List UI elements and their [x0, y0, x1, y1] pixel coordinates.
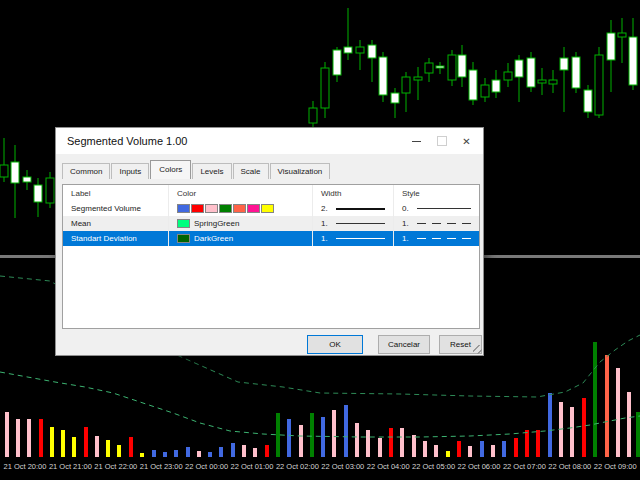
minimize-icon	[412, 141, 421, 142]
svg-text:22 Oct 00:00: 22 Oct 00:00	[185, 462, 228, 471]
close-icon: ✕	[462, 136, 470, 147]
maximize-button[interactable]	[429, 131, 454, 151]
color-swatches	[177, 219, 191, 228]
svg-text:22 Oct 01:00: 22 Oct 01:00	[231, 462, 274, 471]
tab-visualization[interactable]: Visualization	[270, 163, 331, 179]
tab-scale[interactable]: Scale	[233, 163, 269, 179]
color-swatches	[177, 204, 275, 213]
style-value: 1.	[402, 219, 415, 228]
color-swatch	[205, 204, 218, 213]
row-label: Segmented Volume	[63, 201, 169, 216]
colors-table: Label Color Width Style Segmented Volume…	[62, 184, 480, 329]
color-name: DarkGreen	[194, 234, 233, 243]
svg-text:22 Oct 03:00: 22 Oct 03:00	[321, 462, 364, 471]
cancel-button[interactable]: Cancelar	[378, 335, 430, 354]
color-name: SpringGreen	[194, 219, 239, 228]
minimize-button[interactable]	[404, 131, 429, 151]
svg-text:22 Oct 06:00: 22 Oct 06:00	[458, 462, 501, 471]
width-line-sample	[336, 208, 385, 210]
row-color-cell	[169, 201, 313, 216]
style-value: 1.	[402, 234, 415, 243]
svg-text:22 Oct 04:00: 22 Oct 04:00	[367, 462, 410, 471]
svg-text:21 Oct 22:00: 21 Oct 22:00	[94, 462, 137, 471]
svg-text:22 Oct 05:00: 22 Oct 05:00	[412, 462, 455, 471]
dialog-title: Segmented Volume 1.00	[67, 135, 187, 147]
width-line-sample	[336, 223, 385, 224]
resize-grip[interactable]	[473, 345, 482, 354]
column-header-label[interactable]: Label	[63, 185, 169, 201]
style-line-sample	[417, 238, 471, 239]
row-width-cell: 2.	[313, 201, 394, 216]
color-swatch	[177, 204, 190, 213]
row-color-cell: SpringGreen	[169, 216, 313, 231]
row-width-cell: 1.	[313, 216, 394, 231]
tab-levels[interactable]: Levels	[192, 163, 231, 179]
column-header-style[interactable]: Style	[394, 185, 479, 201]
svg-text:21 Oct 23:00: 21 Oct 23:00	[140, 462, 183, 471]
table-row-standart-deviation[interactable]: Standart Deviation DarkGreen 1. 1.	[63, 231, 479, 246]
width-line-sample	[336, 238, 385, 239]
svg-text:21 Oct 20:00: 21 Oct 20:00	[4, 462, 47, 471]
width-value: 1.	[321, 219, 334, 228]
style-value: 0.	[402, 204, 415, 213]
tab-inputs[interactable]: Inputs	[111, 163, 149, 179]
row-width-cell: 1.	[313, 231, 394, 246]
table-header-row: Label Color Width Style	[63, 185, 479, 201]
color-swatch	[177, 234, 190, 243]
indicator-properties-dialog: Segmented Volume 1.00 ✕ Common Inputs Co…	[55, 127, 484, 356]
column-header-color[interactable]: Color	[169, 185, 313, 201]
color-swatch	[191, 204, 204, 213]
metatrader-chart-window: 21 Oct 20:0021 Oct 21:0021 Oct 22:0021 O…	[0, 0, 640, 480]
close-button[interactable]: ✕	[454, 131, 479, 151]
row-style-cell: 0.	[394, 201, 479, 216]
color-swatch	[261, 204, 274, 213]
width-value: 1.	[321, 234, 334, 243]
svg-text:22 Oct 07:00: 22 Oct 07:00	[503, 462, 546, 471]
dialog-titlebar[interactable]: Segmented Volume 1.00 ✕	[56, 128, 483, 154]
svg-text:21 Oct 21:00: 21 Oct 21:00	[49, 462, 92, 471]
row-label: Standart Deviation	[63, 231, 169, 246]
style-line-sample	[417, 223, 471, 224]
row-color-cell: DarkGreen	[169, 231, 313, 246]
width-value: 2.	[321, 204, 334, 213]
window-controls: ✕	[404, 128, 479, 154]
table-row-segmented-volume[interactable]: Segmented Volume 2. 0.	[63, 201, 479, 216]
color-swatches	[177, 234, 191, 243]
color-swatch	[219, 204, 232, 213]
tab-bar: Common Inputs Colors Levels Scale Visual…	[62, 160, 331, 179]
svg-text:22 Oct 02:00: 22 Oct 02:00	[276, 462, 319, 471]
row-style-cell: 1.	[394, 231, 479, 246]
svg-text:22 Oct 08:00: 22 Oct 08:00	[548, 462, 591, 471]
tab-common[interactable]: Common	[62, 163, 110, 179]
style-line-sample	[417, 208, 471, 209]
row-label: Mean	[63, 216, 169, 231]
maximize-icon	[437, 136, 447, 146]
row-style-cell: 1.	[394, 216, 479, 231]
color-swatch	[177, 219, 190, 228]
table-row-mean[interactable]: Mean SpringGreen 1. 1.	[63, 216, 479, 231]
ok-button[interactable]: OK	[307, 335, 363, 354]
svg-text:22 Oct 09:00: 22 Oct 09:00	[594, 462, 637, 471]
column-header-width[interactable]: Width	[313, 185, 394, 201]
tab-colors[interactable]: Colors	[150, 160, 191, 179]
color-swatch	[247, 204, 260, 213]
color-swatch	[233, 204, 246, 213]
